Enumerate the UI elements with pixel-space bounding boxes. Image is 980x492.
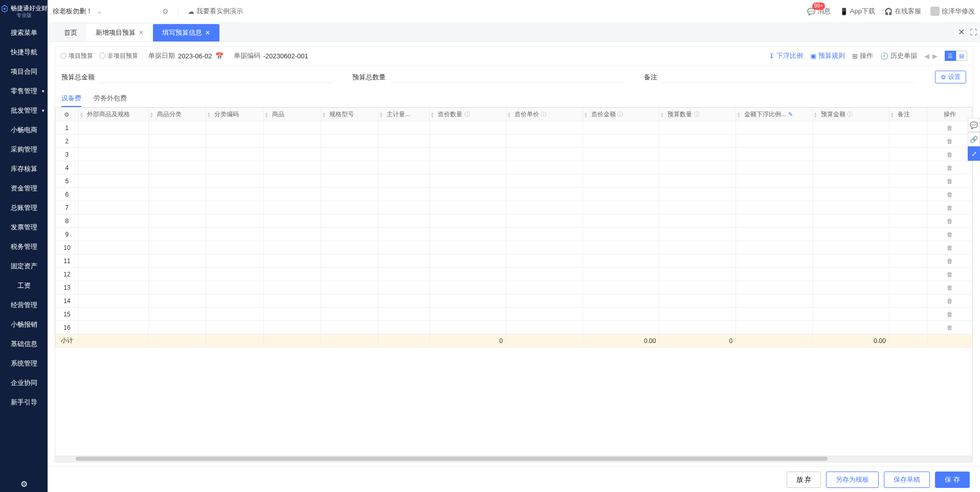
col-header-9[interactable]: ▴▾预算数量 ⓘ [659,108,736,121]
delete-icon[interactable]: 🗑 [947,138,953,145]
sidebar-item-10[interactable]: 发票管理 [0,218,48,237]
delete-icon[interactable]: 🗑 [947,297,953,305]
table-row[interactable]: 8🗑 [56,215,972,228]
sidebar-item-8[interactable]: 资金管理 [0,179,48,198]
tab-equipment-fee[interactable]: 设备费 [61,91,81,107]
horizontal-scrollbar[interactable] [55,456,973,462]
tab-outsource-fee[interactable]: 劳务外包费 [94,91,127,107]
sidebar-item-14[interactable]: 经营管理 [0,295,48,315]
sidebar-item-16[interactable]: 基础信息 [0,334,48,354]
delete-icon[interactable]: 🗑 [947,324,953,331]
total-qty-input[interactable] [390,72,623,83]
table-row[interactable]: 2🗑 [56,135,972,148]
col-header-4[interactable]: ▴▾规格型号 [321,108,378,121]
table-row[interactable]: 12🗑 [56,268,972,281]
delete-icon[interactable]: 🗑 [947,191,953,198]
sidebar-item-9[interactable]: 总账管理 [0,198,48,218]
total-amount-input[interactable] [99,72,332,83]
delete-icon[interactable]: 🗑 [947,271,953,278]
sidebar-item-13[interactable]: 工资 [0,276,48,295]
tenant-selector[interactable]: 徐老板勿删！ ⌄ [53,7,153,16]
delete-icon[interactable]: 🗑 [947,204,953,211]
sidebar-item-15[interactable]: 小畅报销 [0,315,48,334]
doc-date-value[interactable]: 2023-06-02 [178,52,212,60]
sidebar-item-19[interactable]: 新手引导 [0,393,48,412]
view-list-button[interactable]: ☰ [945,51,956,61]
col-header-0[interactable]: ▴▾外部商品及规格 [78,108,148,121]
table-row[interactable]: 7🗑 [56,201,972,215]
delete-icon[interactable]: 🗑 [947,218,953,225]
edit-icon[interactable]: ✎ [788,111,793,117]
delete-icon[interactable]: 🗑 [947,311,953,318]
edge-chat-icon[interactable]: 💬 [968,118,980,132]
app-download-link[interactable]: 📱 App下载 [840,7,875,16]
help-icon[interactable]: ⓘ [541,111,546,117]
sidebar-item-5[interactable]: 小畅电商 [0,120,48,140]
page-tab-0[interactable]: 首页 [55,24,86,41]
edge-expand-icon[interactable]: ⤢ [968,146,980,161]
sidebar-item-0[interactable]: 搜索菜单 [0,23,48,42]
edge-link-icon[interactable]: 🔗 [968,132,980,146]
sidebar-item-4[interactable]: 批发管理▾ [0,101,48,120]
demo-link[interactable]: ☁ 我要看实例演示 [188,7,243,16]
messages-link[interactable]: 💬 消息 99+ [807,7,831,16]
fullscreen-icon[interactable]: ⛶ [970,28,977,36]
sidebar-item-1[interactable]: 快捷导航 [0,42,48,62]
table-row[interactable]: 10🗑 [56,241,972,254]
prev-icon[interactable]: ◀ [924,52,929,60]
user-menu[interactable]: 徐泽华修改 [930,7,975,16]
table-row[interactable]: 14🗑 [56,294,972,308]
online-service-link[interactable]: 🎧 在线客服 [884,7,921,16]
radio-project-budget[interactable]: 项目预算 [60,52,93,60]
col-header-10[interactable]: ▴▾金额下浮比例... ✎ [736,108,813,121]
sidebar-item-11[interactable]: 税务管理 [0,237,48,256]
save-draft-button[interactable]: 保存草稿 [884,472,930,488]
sidebar-item-3[interactable]: 零售管理▾ [0,81,48,101]
gear-icon[interactable]: ⚙ [64,111,70,118]
delete-icon[interactable]: 🗑 [947,231,953,238]
col-header-8[interactable]: ▴▾造价金额 ⓘ [583,108,659,121]
view-card-button[interactable]: ▤ [956,51,967,61]
table-row[interactable]: 6🗑 [56,188,972,201]
remark-input[interactable] [661,72,915,83]
table-row[interactable]: 13🗑 [56,281,972,294]
col-header-1[interactable]: ▴▾商品分类 [149,108,206,121]
delete-icon[interactable]: 🗑 [947,124,953,132]
help-icon[interactable]: ⓘ [694,111,700,117]
history-link[interactable]: 🕘历史单据 [880,51,917,60]
table-row[interactable]: 4🗑 [56,161,972,175]
calendar-icon[interactable]: 📅 [215,52,224,60]
table-row[interactable]: 15🗑 [56,308,972,321]
float-ratio-link[interactable]: ↧下浮比例 [769,51,803,60]
col-header-11[interactable]: ▴▾预算金额 ⓘ [812,108,889,121]
gear-icon[interactable]: ⚙ [162,7,169,15]
close-icon[interactable]: ✕ [139,29,144,36]
delete-icon[interactable]: 🗑 [947,164,953,172]
table-row[interactable]: 1🗑 [56,121,972,135]
help-icon[interactable]: ⓘ [617,111,623,117]
sidebar-item-12[interactable]: 固定资产 [0,256,48,276]
table-row[interactable]: 3🗑 [56,148,972,161]
delete-icon[interactable]: 🗑 [947,284,953,291]
close-all-tabs-icon[interactable]: ✕ [958,27,965,37]
settings-button[interactable]: ⚙ 设置 [935,71,966,83]
page-tab-1[interactable]: 新增项目预算✕ [86,24,153,41]
col-header-13[interactable]: 操作 [927,108,972,121]
delete-icon[interactable]: 🗑 [947,258,953,265]
col-header-3[interactable]: ▴▾商品 [263,108,321,121]
table-row[interactable]: 5🗑 [56,175,972,188]
delete-icon[interactable]: 🗑 [947,244,953,251]
delete-icon[interactable]: 🗑 [947,151,953,158]
sidebar-item-2[interactable]: 项目合同 [0,62,48,81]
sidebar-item-6[interactable]: 采购管理 [0,140,48,159]
table-row[interactable]: 9🗑 [56,228,972,241]
page-tab-2[interactable]: 填写预算信息✕ [153,24,219,41]
col-header-5[interactable]: ▴▾主计量... [378,108,430,121]
radio-non-project-budget[interactable]: 非项目预算 [99,52,138,60]
save-button[interactable]: 保 存 [935,472,970,488]
operate-link[interactable]: ⊞操作 [852,51,873,60]
delete-icon[interactable]: 🗑 [947,178,953,185]
sidebar-settings-icon[interactable]: ⚙ [0,477,48,492]
budget-rule-link[interactable]: ▣预算规则 [810,51,845,60]
table-row[interactable]: 16🗑 [56,321,972,334]
